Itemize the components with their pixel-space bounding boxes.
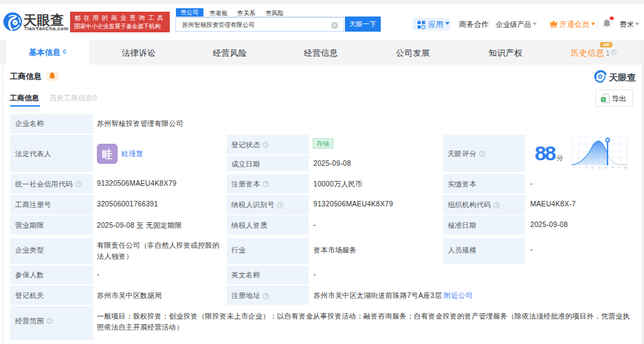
svg-text:5: 5 bbox=[579, 166, 581, 169]
svg-text:85: 85 bbox=[605, 166, 608, 169]
svg-text:80: 80 bbox=[598, 166, 601, 169]
svg-text:100: 100 bbox=[623, 166, 628, 169]
svg-text:70: 70 bbox=[591, 166, 594, 169]
svg-text:95: 95 bbox=[618, 166, 621, 169]
svg-text:0: 0 bbox=[573, 166, 575, 169]
svg-text:90: 90 bbox=[612, 166, 614, 169]
svg-text:25: 25 bbox=[585, 166, 588, 169]
